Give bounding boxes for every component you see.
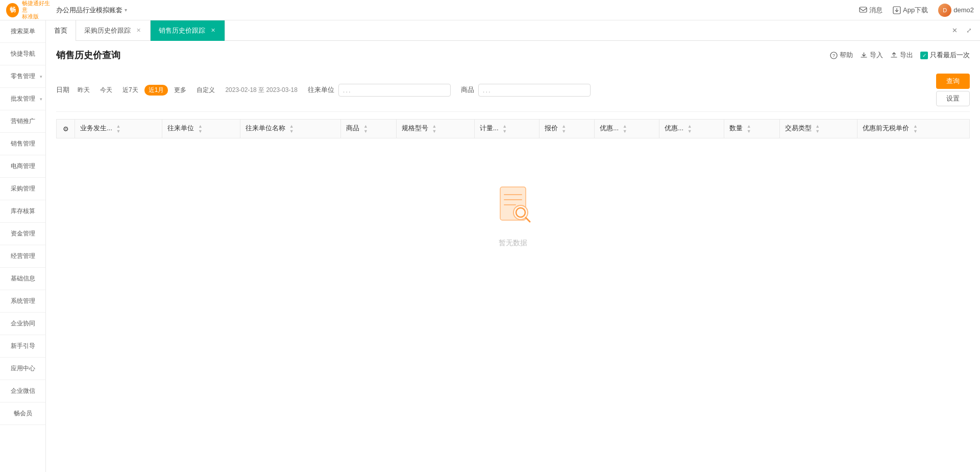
partner-label: 往来单位 bbox=[308, 85, 334, 95]
th-gear[interactable]: ⚙ bbox=[57, 120, 75, 138]
date-option-more[interactable]: 更多 bbox=[170, 85, 190, 96]
sidebar-item-membership[interactable]: 畅会员 bbox=[0, 403, 45, 425]
sort-arrows-qty: ▲▼ bbox=[747, 124, 751, 134]
expand-btn[interactable]: ⤢ bbox=[964, 26, 974, 36]
export-btn[interactable]: 导出 bbox=[890, 51, 913, 60]
th-unit[interactable]: 计量... ▲▼ bbox=[474, 120, 539, 138]
message-icon bbox=[859, 6, 867, 14]
query-button[interactable]: 查询 bbox=[936, 74, 970, 89]
app-download-btn[interactable]: App下载 bbox=[893, 6, 928, 15]
topbar: 畅 畅捷通好生意 标准版 办公用品行业模拟账套 ▾ 消息 App下载 D bbox=[0, 0, 980, 20]
sort-arrows-no-tax-price: ▲▼ bbox=[913, 124, 918, 134]
sidebar-item-enterprise-wechat[interactable]: 企业微信 bbox=[0, 380, 45, 403]
sidebar-item-operations[interactable]: 经营管理 bbox=[0, 245, 45, 268]
empty-text: 暂无数据 bbox=[499, 239, 527, 248]
page-header-actions: ? 帮助 导入 bbox=[830, 51, 970, 60]
close-tab-btn[interactable]: ✕ bbox=[949, 26, 960, 36]
svg-text:?: ? bbox=[832, 53, 835, 58]
sidebar-item-ecommerce[interactable]: 电商管理 bbox=[0, 155, 45, 178]
sort-arrows-quote: ▲▼ bbox=[561, 124, 566, 134]
content-area: 首页 采购历史价跟踪 ✕ 销售历史价跟踪 ✕ ✕ ⤢ 销售历史价查询 bbox=[46, 20, 980, 472]
close-purchase-tab-btn[interactable]: ✕ bbox=[135, 27, 142, 34]
only-last-checkbox[interactable]: ✓ 只看最后一次 bbox=[920, 51, 970, 60]
th-spec[interactable]: 规格型号 ▲▼ bbox=[396, 120, 474, 138]
sidebar-item-collab[interactable]: 企业协同 bbox=[0, 313, 45, 335]
partner-filter-group: 往来单位 ... bbox=[308, 84, 451, 97]
help-btn[interactable]: ? 帮助 bbox=[830, 51, 853, 60]
table-header-row: ⚙ 业务发生... ▲▼ 往来单位 ▲▼ 往来单位名称 bbox=[57, 120, 970, 138]
sidebar-item-sales[interactable]: 销售管理 bbox=[0, 133, 45, 155]
date-options: 昨天 今天 近7天 近1月 更多 自定义 bbox=[74, 85, 219, 96]
th-discount1[interactable]: 优惠... ▲▼ bbox=[595, 120, 659, 138]
th-goods[interactable]: 商品 ▲▼ bbox=[341, 120, 396, 138]
export-icon bbox=[890, 52, 898, 59]
th-partner-name[interactable]: 往来单位名称 ▲▼ bbox=[240, 120, 341, 138]
sidebar-item-retail[interactable]: 零售管理 bbox=[0, 65, 45, 88]
date-option-7days[interactable]: 近7天 bbox=[118, 85, 142, 96]
goods-filter-group: 商品 ... bbox=[461, 84, 591, 97]
page-header: 销售历史价查询 ? 帮助 bbox=[56, 49, 970, 61]
date-option-yesterday[interactable]: 昨天 bbox=[74, 85, 94, 96]
import-icon bbox=[860, 52, 868, 59]
sort-arrows-spec: ▲▼ bbox=[432, 124, 437, 134]
empty-icon bbox=[487, 179, 538, 230]
import-btn[interactable]: 导入 bbox=[860, 51, 883, 60]
filter-actions: 查询 设置 bbox=[936, 74, 970, 106]
th-trade-type[interactable]: 交易类型 ▲▼ bbox=[779, 120, 857, 138]
avatar: D bbox=[938, 4, 951, 17]
sidebar-item-search[interactable]: 搜索菜单 bbox=[0, 20, 45, 43]
gear-icon: ⚙ bbox=[63, 125, 69, 133]
sidebar-item-marketing[interactable]: 营销推广 bbox=[0, 110, 45, 133]
tab-home[interactable]: 首页 bbox=[46, 20, 76, 41]
th-no-tax-price[interactable]: 优惠前无税单价 ▲▼ bbox=[857, 120, 970, 138]
sort-arrows-discount2: ▲▼ bbox=[688, 124, 692, 134]
app-selector[interactable]: 办公用品行业模拟账套 ▾ bbox=[56, 6, 127, 15]
main-layout: 搜索菜单 快捷导航 零售管理 批发管理 营销推广 销售管理 电商管理 采购管理 … bbox=[0, 20, 980, 472]
sort-arrows-unit: ▲▼ bbox=[502, 124, 507, 134]
goods-input[interactable]: ... bbox=[478, 84, 591, 97]
sidebar-item-basic-info[interactable]: 基础信息 bbox=[0, 268, 45, 290]
th-quote[interactable]: 报价 ▲▼ bbox=[539, 120, 594, 138]
sort-arrows-biz-date: ▲▼ bbox=[116, 124, 120, 134]
goods-label: 商品 bbox=[461, 85, 474, 95]
sidebar-item-finance[interactable]: 资金管理 bbox=[0, 223, 45, 245]
chevron-down-icon: ▾ bbox=[125, 7, 127, 13]
sidebar-item-wholesale[interactable]: 批发管理 bbox=[0, 88, 45, 110]
tab-sales-history[interactable]: 销售历史价跟踪 ✕ bbox=[151, 20, 225, 41]
message-btn[interactable]: 消息 bbox=[859, 6, 883, 15]
close-sales-tab-btn[interactable]: ✕ bbox=[209, 27, 216, 34]
svg-line-12 bbox=[526, 218, 530, 222]
empty-state: 暂无数据 bbox=[56, 138, 970, 278]
filter-bar: 日期 昨天 今天 近7天 近1月 更多 自定义 2023-02-18 至 202… bbox=[56, 68, 970, 112]
date-label: 日期 bbox=[56, 85, 69, 95]
page-inner: 销售历史价查询 ? 帮助 bbox=[46, 41, 980, 472]
date-option-1month[interactable]: 近1月 bbox=[144, 85, 168, 96]
data-table: ⚙ 业务发生... ▲▼ 往来单位 ▲▼ 往来单位名称 bbox=[56, 119, 970, 138]
sidebar-item-shortcuts[interactable]: 快捷导航 bbox=[0, 43, 45, 65]
sidebar-item-purchase[interactable]: 采购管理 bbox=[0, 178, 45, 200]
date-option-custom[interactable]: 自定义 bbox=[192, 85, 219, 96]
setting-button[interactable]: 设置 bbox=[936, 91, 970, 106]
topbar-right: 消息 App下载 D demo2 bbox=[859, 4, 974, 17]
tabbar: 首页 采购历史价跟踪 ✕ 销售历史价跟踪 ✕ ✕ ⤢ bbox=[46, 20, 980, 41]
sort-arrows-trade-type: ▲▼ bbox=[815, 124, 820, 134]
sidebar-item-guide[interactable]: 新手引导 bbox=[0, 335, 45, 358]
logo-icon: 畅 bbox=[6, 3, 19, 17]
th-partner-code[interactable]: 往来单位 ▲▼ bbox=[162, 120, 240, 138]
th-qty[interactable]: 数量 ▲▼ bbox=[724, 120, 779, 138]
download-icon bbox=[893, 6, 901, 14]
sidebar-item-inventory[interactable]: 库存核算 bbox=[0, 200, 45, 223]
tab-purchase-history[interactable]: 采购历史价跟踪 ✕ bbox=[76, 20, 151, 41]
th-discount2[interactable]: 优惠... ▲▼ bbox=[659, 120, 724, 138]
date-option-today[interactable]: 今天 bbox=[96, 85, 116, 96]
logo: 畅 畅捷通好生意 标准版 bbox=[6, 0, 52, 20]
sidebar-item-apps[interactable]: 应用中心 bbox=[0, 358, 45, 380]
table-header: ⚙ 业务发生... ▲▼ 往来单位 ▲▼ 往来单位名称 bbox=[57, 120, 970, 138]
sidebar: 搜索菜单 快捷导航 零售管理 批发管理 营销推广 销售管理 电商管理 采购管理 … bbox=[0, 20, 46, 472]
sidebar-item-system[interactable]: 系统管理 bbox=[0, 290, 45, 313]
partner-input[interactable]: ... bbox=[338, 84, 451, 97]
page-content: 销售历史价查询 ? 帮助 bbox=[46, 41, 980, 472]
user-menu[interactable]: D demo2 bbox=[938, 4, 974, 17]
th-biz-date[interactable]: 业务发生... ▲▼ bbox=[75, 120, 162, 138]
logo-text: 畅捷通好生意 标准版 bbox=[22, 0, 52, 20]
